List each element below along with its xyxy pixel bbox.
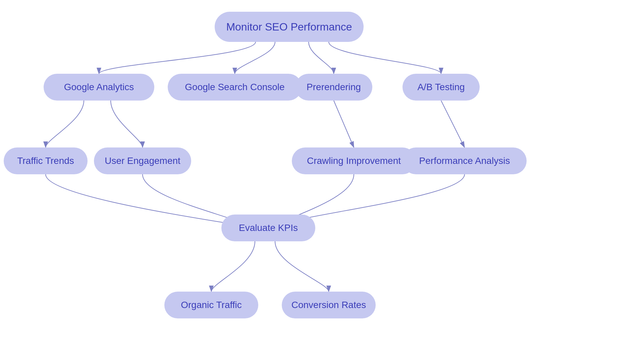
- node-root: Monitor SEO Performance: [215, 12, 364, 42]
- node-google-analytics: Google Analytics: [44, 74, 154, 101]
- node-evaluate-kpis: Evaluate KPIs: [221, 215, 315, 241]
- node-prerendering: Prerendering: [295, 74, 372, 101]
- node-user-engagement: User Engagement: [94, 147, 191, 174]
- diagram-container: Monitor SEO Performance Google Analytics…: [0, 0, 644, 363]
- node-google-search-console: Google Search Console: [168, 74, 302, 101]
- node-traffic-trends: Traffic Trends: [4, 147, 88, 174]
- node-ab-testing: A/B Testing: [402, 74, 480, 101]
- node-conversion-rates: Conversion Rates: [282, 292, 376, 318]
- node-organic-traffic: Organic Traffic: [164, 292, 258, 318]
- node-crawling-improvement: Crawling Improvement: [292, 147, 416, 174]
- node-performance-analysis: Performance Analysis: [402, 147, 527, 174]
